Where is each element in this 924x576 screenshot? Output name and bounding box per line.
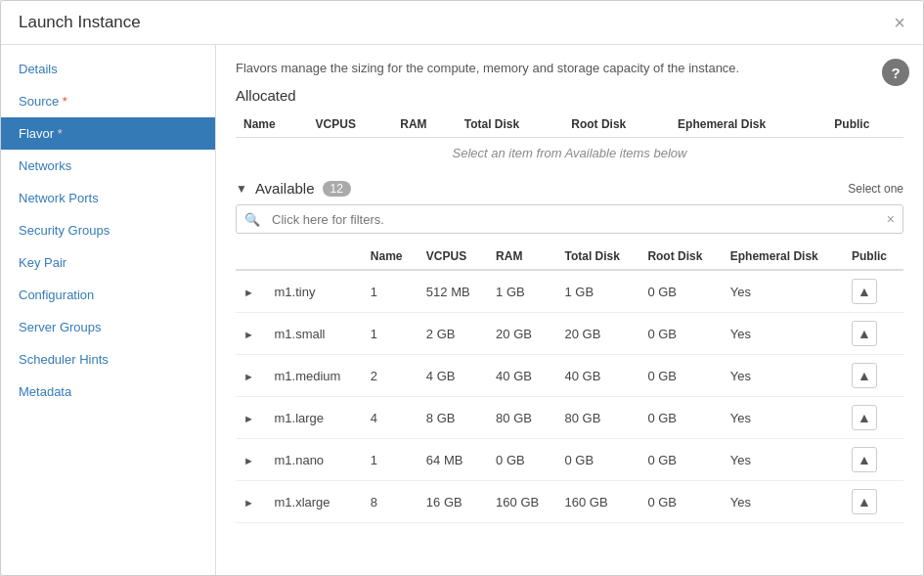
cell-public: Yes	[723, 313, 844, 355]
clear-search-button[interactable]: ×	[879, 205, 902, 233]
cell-root_disk: 1 GB	[556, 270, 639, 313]
cell-root_disk: 160 GB	[556, 481, 639, 523]
cell-root_disk: 40 GB	[556, 355, 639, 397]
row-expand[interactable]: ►	[236, 270, 267, 313]
cell-total_disk: 40 GB	[488, 355, 556, 397]
allocated-col-root-disk: Root Disk	[563, 111, 670, 138]
row-action-cell: ▲	[844, 397, 903, 439]
available-header-row: NameVCPUSRAMTotal DiskRoot DiskEphemeral…	[236, 244, 903, 270]
allocated-col-public: Public	[826, 111, 903, 138]
sidebar-item-flavor[interactable]: Flavor *	[1, 117, 215, 150]
available-col-ephemeral-disk: Ephemeral Disk	[723, 244, 844, 270]
cell-name: m1.nano	[267, 439, 363, 481]
available-col-name: Name	[363, 244, 418, 270]
cell-public: Yes	[723, 270, 844, 313]
allocate-up-button[interactable]: ▲	[852, 405, 877, 430]
row-expand[interactable]: ►	[236, 397, 267, 439]
available-title-label: Available	[255, 180, 315, 197]
filter-input[interactable]	[268, 206, 879, 233]
allocated-col-total-disk: Total Disk	[457, 111, 564, 138]
available-table-head: NameVCPUSRAMTotal DiskRoot DiskEphemeral…	[236, 244, 903, 270]
cell-name: m1.large	[267, 397, 363, 439]
cell-public: Yes	[723, 439, 844, 481]
table-row: ►m1.tiny1512 MB1 GB1 GB0 GBYes▲	[236, 270, 903, 313]
chevron-down-icon: ▼	[236, 182, 247, 196]
cell-root_disk: 80 GB	[556, 397, 639, 439]
allocated-title: Allocated	[236, 87, 903, 104]
cell-public: Yes	[723, 397, 844, 439]
cell-total_disk: 1 GB	[488, 270, 556, 313]
cell-total_disk: 80 GB	[488, 397, 556, 439]
available-table: NameVCPUSRAMTotal DiskRoot DiskEphemeral…	[236, 244, 903, 523]
sidebar-item-details[interactable]: Details	[1, 53, 215, 85]
available-col-total-disk: Total Disk	[556, 244, 639, 270]
cell-vcpus: 1	[363, 439, 418, 481]
allocated-table-head: NameVCPUSRAMTotal DiskRoot DiskEphemeral…	[236, 111, 903, 138]
row-action-cell: ▲	[844, 439, 903, 481]
cell-vcpus: 1	[363, 270, 418, 313]
row-expand[interactable]: ►	[236, 481, 267, 523]
modal-body: DetailsSource *Flavor *NetworksNetwork P…	[1, 45, 923, 575]
row-action-cell: ▲	[844, 270, 903, 313]
allocated-empty-row: Select an item from Available items belo…	[236, 138, 903, 169]
sidebar-item-source[interactable]: Source *	[1, 85, 215, 117]
cell-name: m1.small	[267, 313, 363, 355]
sidebar-item-server-groups[interactable]: Server Groups	[1, 311, 215, 343]
available-count-badge: 12	[323, 181, 351, 197]
row-action-cell: ▲	[844, 481, 903, 523]
allocated-table: NameVCPUSRAMTotal DiskRoot DiskEphemeral…	[236, 111, 903, 168]
allocated-col-ram: RAM	[392, 111, 456, 138]
row-action-cell: ▲	[844, 355, 903, 397]
cell-ephemeral_disk: 0 GB	[639, 313, 722, 355]
allocate-up-button[interactable]: ▲	[852, 447, 877, 472]
sidebar-item-metadata[interactable]: Metadata	[1, 376, 215, 408]
sidebar-item-security-groups[interactable]: Security Groups	[1, 214, 215, 246]
available-col-vcpus: VCPUS	[418, 244, 488, 270]
help-button[interactable]: ?	[882, 59, 909, 86]
content-area: Flavors manage the sizing for the comput…	[216, 45, 923, 575]
cell-ram: 8 GB	[418, 397, 488, 439]
cell-name: m1.tiny	[267, 270, 363, 313]
table-row: ►m1.large48 GB80 GB80 GB0 GBYes▲	[236, 397, 903, 439]
row-expand[interactable]: ►	[236, 313, 267, 355]
cell-vcpus: 1	[363, 313, 418, 355]
expand-col-header	[236, 244, 267, 270]
available-col-public: Public	[844, 244, 903, 270]
row-expand[interactable]: ►	[236, 439, 267, 481]
available-col-root-disk: Root Disk	[639, 244, 722, 270]
sidebar-item-key-pair[interactable]: Key Pair	[1, 246, 215, 279]
table-row: ►m1.medium24 GB40 GB40 GB0 GBYes▲	[236, 355, 903, 397]
modal-title: Launch Instance	[19, 13, 141, 32]
available-col-ram: RAM	[488, 244, 556, 270]
sidebar-item-scheduler-hints[interactable]: Scheduler Hints	[1, 343, 215, 376]
cell-ram: 64 MB	[418, 439, 488, 481]
allocate-up-button[interactable]: ▲	[852, 363, 877, 388]
cell-vcpus: 2	[363, 355, 418, 397]
cell-ram: 512 MB	[418, 270, 488, 313]
search-icon: 🔍	[237, 206, 268, 233]
select-one-label: Select one	[848, 182, 903, 196]
sidebar-item-network-ports[interactable]: Network Ports	[1, 182, 215, 214]
allocate-up-button[interactable]: ▲	[852, 279, 877, 304]
sidebar-item-configuration[interactable]: Configuration	[1, 279, 215, 311]
available-table-body: ►m1.tiny1512 MB1 GB1 GB0 GBYes▲►m1.small…	[236, 270, 903, 523]
cell-ephemeral_disk: 0 GB	[639, 397, 722, 439]
close-button[interactable]: ×	[894, 13, 905, 32]
allocated-col-name: Name	[236, 111, 308, 138]
cell-total_disk: 160 GB	[488, 481, 556, 523]
allocated-col-vcpus: VCPUS	[308, 111, 393, 138]
available-header: ▼ Available 12 Select one	[236, 180, 903, 197]
cell-total_disk: 0 GB	[488, 439, 556, 481]
allocate-up-button[interactable]: ▲	[852, 489, 877, 514]
action-col-header	[267, 244, 363, 270]
sidebar-item-networks[interactable]: Networks	[1, 150, 215, 182]
allocate-up-button[interactable]: ▲	[852, 321, 877, 346]
allocated-empty-message: Select an item from Available items belo…	[236, 138, 903, 169]
allocated-header-row: NameVCPUSRAMTotal DiskRoot DiskEphemeral…	[236, 111, 903, 138]
cell-root_disk: 20 GB	[556, 313, 639, 355]
cell-root_disk: 0 GB	[556, 439, 639, 481]
row-expand[interactable]: ►	[236, 355, 267, 397]
row-action-cell: ▲	[844, 313, 903, 355]
table-row: ►m1.small12 GB20 GB20 GB0 GBYes▲	[236, 313, 903, 355]
cell-vcpus: 8	[363, 481, 418, 523]
